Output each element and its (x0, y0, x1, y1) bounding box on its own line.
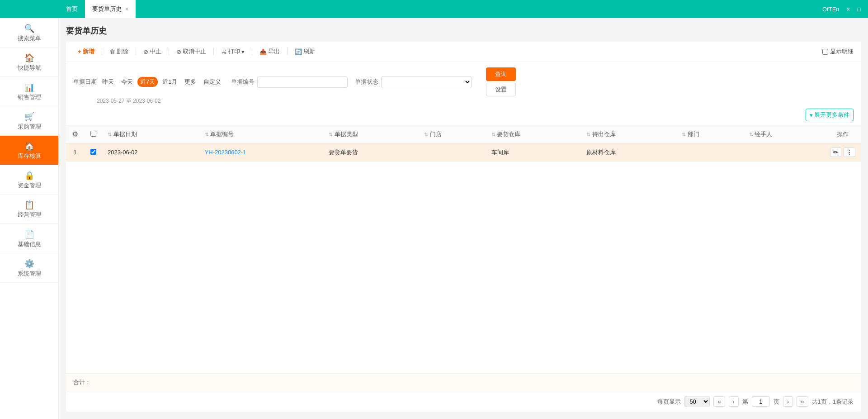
stop-icon: ⊘ (143, 48, 148, 55)
sidebar: 🔍 搜索菜单 🏠 快捷导航 📊 销售管理 🛒 采购管理 🏠 库存核算 🔒 资金管… (0, 18, 59, 419)
date-shortcut-today[interactable]: 今天 (118, 77, 136, 87)
sidebar-label-basic-info: 基础信息 (18, 240, 41, 248)
date-range-text: 2023-05-27 至 2023-06-02 (97, 98, 160, 104)
chevron-down-icon: ▾ (810, 112, 813, 119)
export-icon: 📤 (259, 48, 267, 55)
first-page-btn[interactable]: « (713, 396, 725, 407)
date-shortcut-yesterday[interactable]: 昨天 (99, 77, 117, 87)
col-checkbox (84, 125, 102, 143)
operation-icon: 📋 (24, 201, 34, 209)
sidebar-label-system: 系统管理 (18, 270, 41, 278)
stop-button[interactable]: ⊘ 中止 (139, 45, 166, 58)
maximize-icon[interactable]: □ (857, 6, 861, 13)
row-date-cell: 2023-06-02 (102, 143, 199, 162)
col-store: ⇅ 门店 (419, 125, 486, 143)
sort-pending-warehouse-icon: ⇅ (586, 132, 590, 137)
sidebar-item-basic-info[interactable]: 📄 基础信息 (0, 224, 58, 253)
row-handler-cell (744, 143, 825, 162)
inventory-icon: 🏠 (24, 142, 34, 150)
per-page-select[interactable]: 10 20 50 100 (684, 396, 710, 407)
show-detail-label[interactable]: 显示明细 (822, 48, 854, 56)
order-no-input[interactable] (257, 76, 348, 88)
sort-dept-icon: ⇅ (682, 132, 686, 137)
print-button[interactable]: 🖨 打印 ▾ (217, 45, 249, 58)
sales-icon: 📊 (24, 83, 34, 91)
row-num-cell: 1 (66, 143, 84, 162)
sidebar-label-search-menu: 搜索菜单 (18, 34, 41, 43)
sidebar-item-inventory[interactable]: 🏠 库存核算 (0, 136, 58, 165)
print-icon: 🖨 (221, 48, 227, 55)
page-number-label: 第 (742, 398, 748, 406)
col-pending-warehouse: ⇅ 待出仓库 (581, 125, 676, 143)
tab-order-history[interactable]: 要货单历史 × (85, 0, 136, 18)
sidebar-item-quick-nav[interactable]: 🏠 快捷导航 (0, 48, 58, 77)
filter-row-1: 单据日期 昨天 今天 近7天 近1月 更多 自定义 单据编号 (73, 67, 854, 96)
filter-area: 单据日期 昨天 今天 近7天 近1月 更多 自定义 单据编号 (66, 62, 861, 125)
finance-icon: 🔒 (24, 171, 34, 180)
row-no-link[interactable]: YH-20230602-1 (205, 149, 246, 156)
delete-icon: 🗑 (109, 48, 115, 55)
row-edit-btn[interactable]: ✏ (830, 148, 841, 157)
next-page-btn[interactable]: › (783, 396, 793, 407)
refresh-button[interactable]: 🔄 刷新 (290, 45, 320, 58)
col-settings: ⚙ (66, 125, 84, 143)
sidebar-item-finance[interactable]: 🔒 资金管理 (0, 165, 58, 195)
sidebar-item-search-menu[interactable]: 🔍 搜索菜单 (0, 18, 58, 48)
delete-button[interactable]: 🗑 删除 (105, 45, 133, 58)
cancel-stop-button[interactable]: ⊘ 取消中止 (172, 45, 211, 58)
toolbar-sep-6 (287, 48, 288, 55)
cancel-stop-icon: ⊘ (176, 48, 181, 55)
top-bar-right: OfTEn × □ (822, 6, 861, 13)
table-row[interactable]: 1 2023-06-02 YH-20230602-1 要货单要货 车间库 原材料… (66, 143, 861, 162)
col-action: 操作 (825, 125, 861, 143)
sidebar-label-operation: 经营管理 (18, 211, 41, 219)
select-all-checkbox[interactable] (90, 131, 96, 137)
top-bar: 首页 要货单历史 × OfTEn × □ (0, 0, 868, 18)
sidebar-item-purchase[interactable]: 🛒 采购管理 (0, 106, 58, 136)
setting-button[interactable]: 设置 (486, 83, 516, 96)
sort-store-icon: ⇅ (424, 132, 428, 137)
status-select[interactable] (381, 76, 472, 88)
row-checkbox[interactable] (90, 149, 96, 155)
col-req-warehouse: ⇅ 要货仓库 (486, 125, 581, 143)
tab-close-icon[interactable]: × (125, 6, 128, 12)
sidebar-item-operation[interactable]: 📋 经营管理 (0, 195, 58, 224)
new-button[interactable]: + 新增 (73, 45, 99, 58)
footer-total-label: 合计： (73, 378, 91, 386)
date-shortcut-more[interactable]: 更多 (182, 77, 199, 87)
page-input[interactable] (752, 396, 770, 407)
expand-more-btn[interactable]: ▾ 展开更多条件 (806, 109, 854, 121)
expand-row: ▾ 展开更多条件 (73, 109, 854, 121)
order-no-label: 单据编号 (231, 78, 255, 86)
query-button[interactable]: 查询 (486, 67, 516, 81)
show-detail-checkbox[interactable] (822, 49, 828, 55)
last-page-btn[interactable]: » (797, 396, 808, 407)
sidebar-label-quick-nav: 快捷导航 (18, 64, 41, 72)
close-window-icon[interactable]: × (847, 6, 850, 13)
sort-no-icon: ⇅ (205, 132, 209, 137)
sort-req-warehouse-icon: ⇅ (491, 132, 495, 137)
date-label: 单据日期 (73, 78, 97, 86)
filter-actions: 查询 设置 (486, 67, 516, 96)
col-settings-gear-icon[interactable]: ⚙ (72, 130, 78, 138)
prev-page-btn[interactable]: ‹ (729, 396, 739, 407)
date-shortcut-7days[interactable]: 近7天 (137, 77, 158, 87)
date-shortcut-1month[interactable]: 近1月 (160, 77, 180, 87)
status-filter: 单据状态 (355, 76, 472, 88)
tab-home[interactable]: 首页 (59, 0, 85, 18)
refresh-icon: 🔄 (295, 48, 302, 55)
often-label: OfTEn (822, 6, 840, 13)
row-checkbox-cell[interactable] (84, 143, 102, 162)
date-filter: 单据日期 昨天 今天 近7天 近1月 更多 自定义 (73, 77, 224, 87)
sidebar-item-system[interactable]: ⚙️ 系统管理 (0, 253, 58, 283)
sidebar-item-sales[interactable]: 📊 销售管理 (0, 77, 58, 106)
row-store-cell (419, 143, 486, 162)
sidebar-label-inventory: 库存核算 (18, 152, 41, 160)
row-more-btn[interactable]: ⋮ (843, 148, 855, 157)
pagination: 每页显示 10 20 50 100 « ‹ 第 页 › » 共1页，1条记录 (66, 391, 861, 412)
export-button[interactable]: 📤 导出 (255, 45, 284, 58)
row-dept-cell (676, 143, 744, 162)
toolbar-sep-1 (102, 48, 102, 55)
date-shortcut-custom[interactable]: 自定义 (201, 77, 224, 87)
purchase-icon: 🛒 (24, 113, 34, 121)
